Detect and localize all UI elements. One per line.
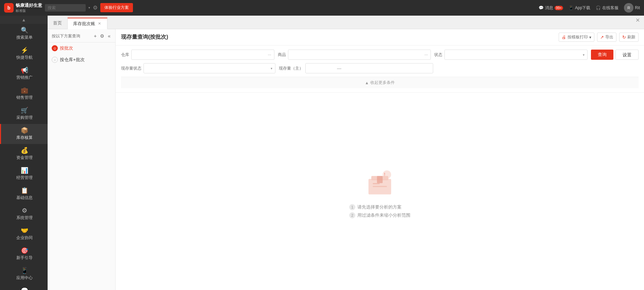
settings-btn[interactable]: 设置 [615, 50, 639, 60]
sidebar-item-sales[interactable]: 💼 销售管理 [0, 84, 48, 104]
scheme-by-warehouse-batch[interactable]: ○ 按仓库+批次 [48, 54, 115, 66]
tab-home-label: 首页 [53, 20, 62, 26]
sidebar-item-enterprise-collab[interactable]: 🤝 企业协同 [0, 224, 48, 244]
stock-qty-dash: — [336, 66, 343, 71]
svg-rect-2 [377, 176, 383, 183]
tab-bar: 首页 库存批次账 ✕ ✕ [48, 16, 644, 29]
tab-right-actions: ✕ [631, 17, 644, 23]
tab-inventory-batch-label: 库存批次账 [73, 21, 95, 27]
messages-btn[interactable]: 💬 消息 99+ [539, 5, 563, 11]
warehouse-more-icon[interactable]: ··· [268, 52, 271, 57]
sidebar-item-system[interactable]: ⚙ 系统管理 [0, 204, 48, 224]
right-content: 现存量查询(按批次) 🖨 按模板打印 ▾ ↗ 导出 ↻ [116, 29, 644, 290]
search-dropdown-icon[interactable]: ▾ [88, 6, 90, 10]
tip-num-2: 2 [349, 212, 355, 218]
print-btn[interactable]: 🖨 按模板打印 ▾ [559, 33, 594, 42]
purchase-icon: 🛒 [21, 107, 28, 113]
sidebar-item-purchase[interactable]: 🛒 采购管理 [0, 104, 48, 124]
status-dropdown-icon: ▾ [583, 53, 584, 57]
warehouse-label: 仓库 [121, 52, 129, 58]
sidebar-item-marketing[interactable]: 📢 营销推广 [0, 64, 48, 84]
sidebar: ▲ 🔍 搜索菜单 ⚡ 快捷导航 📢 营销推广 💼 销售管理 🛒 采购管理 📦 库… [0, 16, 48, 290]
refresh-label: 刷新 [627, 34, 635, 40]
stock-status-dropdown-icon: ▾ [271, 67, 272, 70]
tip-text-2: 用过滤条件来缩小分析范围 [357, 212, 410, 218]
user-initial: R [627, 6, 630, 10]
tab-close-icon[interactable]: ✕ [97, 21, 102, 26]
main-layout: ▲ 🔍 搜索菜单 ⚡ 快捷导航 📢 营销推广 💼 销售管理 🛒 采购管理 📦 库… [0, 16, 644, 290]
app-download-label: App下载 [575, 5, 590, 11]
tab-inventory-batch[interactable]: 库存批次账 ✕ [68, 18, 107, 29]
trial-btn[interactable]: 体验行业方案 [100, 3, 133, 12]
warehouse-input[interactable] [134, 52, 268, 57]
scheme-by-batch[interactable]: ⊙ 按批次 [48, 42, 115, 54]
operations-icon: 📊 [21, 167, 28, 174]
stock-qty-max-input[interactable] [343, 66, 430, 71]
system-icon: ⚙ [22, 207, 27, 214]
sidebar-label-marketing: 营销推广 [16, 75, 33, 80]
finance-icon: 💰 [21, 147, 28, 153]
sidebar-item-new-guide[interactable]: 🎯 新手引导 [0, 244, 48, 264]
empty-tips: 1 请先选择要分析的方案 2 用过滤条件来缩小分析范围 [349, 204, 410, 218]
marketing-icon: 📢 [21, 67, 28, 73]
sidebar-item-search-menu[interactable]: 🔍 搜索菜单 [0, 24, 48, 44]
user-name: Rit [635, 5, 640, 10]
left-panel-add-btn[interactable]: + [93, 33, 97, 39]
app-download-btn[interactable]: 📱 App下载 [569, 5, 590, 11]
page-title: 现存量查询(按批次) [121, 34, 168, 41]
sidebar-label-sales: 销售管理 [16, 95, 33, 101]
messages-badge: 99+ [555, 6, 563, 10]
sidebar-label-app-center: 应用中心 [16, 275, 33, 281]
close-pane-btn[interactable]: ✕ [635, 17, 640, 23]
inventory-icon: 📦 [21, 127, 28, 133]
messages-icon: 💬 [539, 5, 544, 10]
top-header: b 畅康通好生意 标准版 ▾ ⚙ 体验行业方案 💬 消息 99+ 📱 App下载… [0, 0, 644, 16]
stock-qty-label: 现存量（主） [279, 66, 303, 71]
sidebar-item-operations[interactable]: 📊 经营管理 [0, 164, 48, 184]
query-btn[interactable]: 查询 [591, 50, 613, 60]
user-avatar-area[interactable]: R Rit [624, 3, 640, 13]
enterprise-collab-icon: 🤝 [21, 228, 28, 234]
print-label: 按模板打印 [567, 34, 588, 40]
basics-icon: 📋 [21, 187, 28, 194]
sidebar-label-system: 系统管理 [16, 215, 33, 221]
product-label: 商品 [278, 52, 286, 58]
export-btn[interactable]: ↗ 导出 [597, 33, 616, 42]
header-left: b 畅康通好生意 标准版 ▾ ⚙ 体验行业方案 [4, 3, 133, 13]
sidebar-item-finance[interactable]: 💰 资金管理 [0, 144, 48, 164]
logo-area: b 畅康通好生意 标准版 [4, 3, 42, 13]
online-support-btn[interactable]: 🎧 在线客服 [596, 5, 618, 11]
collapse-label: 收起更多条件 [370, 80, 395, 86]
sidebar-item-inventory[interactable]: 📦 库存核算 [0, 124, 48, 144]
search-input[interactable] [45, 4, 86, 12]
refresh-btn[interactable]: ↻ 刷新 [619, 33, 639, 42]
left-panel-header: 按以下方案查询 + ⚙ « [48, 29, 115, 42]
print-dropdown-icon: ▾ [589, 35, 591, 40]
page-title-bar: 现存量查询(按批次) 🖨 按模板打印 ▾ ↗ 导出 ↻ [116, 29, 644, 46]
product-more-icon[interactable]: ··· [424, 52, 428, 57]
sidebar-label-basics: 基础信息 [16, 195, 33, 201]
sidebar-label-operations: 经营管理 [16, 175, 33, 181]
tab-home[interactable]: 首页 [48, 17, 68, 29]
collapse-btn[interactable]: ▲ 收起更多条件 [121, 77, 639, 88]
header-gear-icon[interactable]: ⚙ [93, 4, 98, 11]
left-panel-collapse-btn[interactable]: « [107, 33, 111, 39]
sidebar-item-quick-nav[interactable]: ⚡ 快捷导航 [0, 44, 48, 64]
left-panel-actions: + ⚙ « [93, 33, 111, 39]
app-download-icon: 📱 [569, 5, 574, 10]
stock-status-label: 现存量状态 [121, 66, 141, 71]
app-version: 标准版 [16, 8, 42, 13]
new-guide-icon: 🎯 [21, 248, 28, 254]
sidebar-item-basics[interactable]: 📋 基础信息 [0, 184, 48, 204]
export-icon: ↗ [600, 35, 604, 40]
sidebar-item-app-center[interactable]: 📱 应用中心 [0, 264, 48, 284]
export-label: 导出 [605, 34, 613, 40]
product-input[interactable] [291, 52, 425, 57]
sidebar-item-enterprise-wechat[interactable]: 💬 企业微信 [0, 284, 48, 290]
messages-label: 消息 [545, 5, 553, 11]
left-panel-settings-btn[interactable]: ⚙ [99, 33, 105, 39]
search-menu-icon: 🔍 [21, 27, 28, 33]
sidebar-scroll-up[interactable]: ▲ [0, 16, 48, 24]
stock-qty-min-input[interactable] [308, 66, 336, 71]
quick-nav-icon: ⚡ [21, 47, 28, 53]
